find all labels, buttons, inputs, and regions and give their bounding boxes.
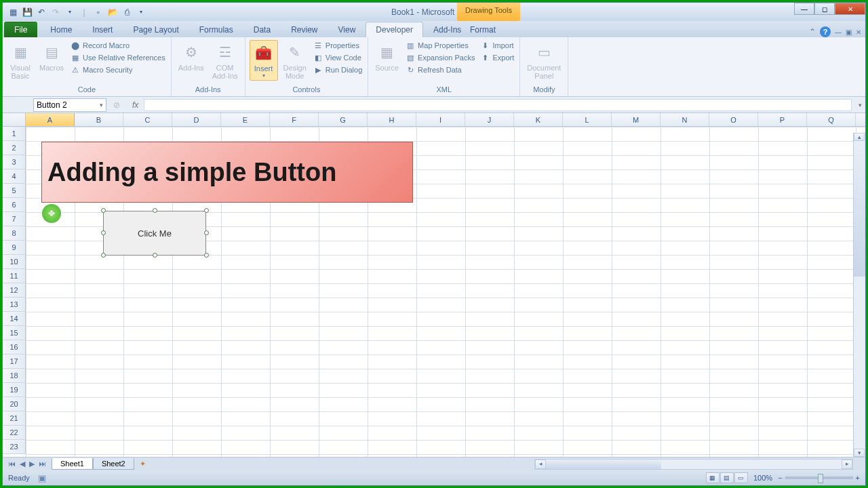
tab-review[interactable]: Review	[281, 22, 328, 37]
refresh-data-button[interactable]: ↻Refresh Data	[404, 64, 476, 75]
tab-format[interactable]: Format	[460, 22, 506, 37]
sheet-nav-next-icon[interactable]: ▶	[28, 460, 36, 468]
column-header[interactable]: I	[416, 113, 465, 126]
scroll-left-icon[interactable]: ◂	[535, 460, 546, 469]
column-header[interactable]: O	[709, 113, 758, 126]
workbook-minimize-icon[interactable]: —	[835, 28, 842, 36]
column-header[interactable]: Q	[807, 113, 856, 126]
sheet-nav-first-icon[interactable]: ⏮	[7, 460, 17, 468]
name-box-dropdown-icon[interactable]: ▾	[100, 102, 103, 108]
import-button[interactable]: ⬇Import	[479, 40, 516, 51]
open-icon[interactable]: 📂	[106, 6, 119, 18]
tab-file[interactable]: File	[4, 22, 37, 37]
column-header[interactable]: C	[123, 113, 172, 126]
row-header[interactable]: 14	[3, 312, 26, 326]
selection-handle[interactable]	[204, 208, 209, 213]
vertical-scrollbar[interactable]: ▴ ▾	[853, 133, 865, 457]
undo-icon[interactable]: ↶	[35, 6, 47, 18]
horizontal-scrollbar[interactable]: ◂ ▸	[534, 459, 853, 470]
formula-input[interactable]	[144, 99, 852, 111]
selection-handle[interactable]	[101, 253, 106, 258]
row-header[interactable]: 15	[3, 326, 26, 340]
column-header[interactable]: K	[514, 113, 563, 126]
export-button[interactable]: ⬆Export	[479, 52, 516, 63]
tab-data[interactable]: Data	[243, 22, 281, 37]
row-header[interactable]: 7	[3, 212, 26, 226]
column-header[interactable]: D	[172, 113, 221, 126]
row-header[interactable]: 12	[3, 283, 26, 298]
com-addins-button[interactable]: ☲COM Add-Ins	[210, 40, 241, 81]
column-header[interactable]: N	[660, 113, 709, 126]
expansion-packs-button[interactable]: ▧Expansion Packs	[404, 52, 476, 63]
workbook-close-icon[interactable]: ✕	[856, 28, 861, 36]
row-header[interactable]: 21	[3, 411, 26, 426]
row-header[interactable]: 6	[3, 198, 26, 212]
maximize-button[interactable]: ◻	[814, 3, 835, 15]
print-icon[interactable]: ⎙	[121, 6, 133, 18]
row-header[interactable]: 11	[3, 269, 26, 283]
selection-handle[interactable]	[204, 253, 209, 258]
row-header[interactable]: 19	[3, 383, 26, 397]
sheet-nav-last-icon[interactable]: ⏭	[37, 460, 47, 468]
use-relative-button[interactable]: ▦Use Relative References	[69, 52, 167, 63]
row-header[interactable]: 16	[3, 340, 26, 354]
row-header[interactable]: 23	[3, 440, 26, 454]
selection-handle[interactable]	[204, 230, 209, 235]
minimize-ribbon-icon[interactable]: ⌃	[809, 27, 816, 37]
row-header[interactable]: 8	[3, 226, 26, 241]
tab-page-layout[interactable]: Page Layout	[123, 22, 189, 37]
tab-view[interactable]: View	[328, 22, 366, 37]
scroll-up-icon[interactable]: ▴	[854, 133, 865, 141]
column-header[interactable]: J	[465, 113, 514, 126]
selection-handle[interactable]	[153, 208, 157, 213]
column-header[interactable]: G	[319, 113, 368, 126]
macro-security-button[interactable]: ⚠Macro Security	[69, 64, 167, 75]
properties-button[interactable]: ☰Properties	[312, 40, 363, 51]
run-dialog-button[interactable]: ▶Run Dialog	[312, 64, 363, 75]
workbook-restore-icon[interactable]: ▣	[846, 28, 852, 36]
new-icon[interactable]: ▫	[92, 6, 104, 18]
source-button[interactable]: ▦Source	[372, 40, 401, 73]
scroll-right-icon[interactable]: ▸	[842, 460, 852, 469]
view-page-layout-button[interactable]: ▤	[720, 472, 734, 483]
fx-icon[interactable]: fx	[127, 100, 144, 110]
qat-dropdown-icon[interactable]: ▾	[64, 6, 76, 18]
column-header[interactable]: F	[270, 113, 319, 126]
map-properties-button[interactable]: ▥Map Properties	[404, 40, 476, 51]
design-mode-button[interactable]: ✎Design Mode	[281, 40, 309, 81]
view-code-button[interactable]: ◧View Code	[312, 52, 363, 63]
zoom-out-button[interactable]: −	[778, 474, 782, 482]
hscroll-thumb[interactable]	[546, 460, 661, 469]
minimize-button[interactable]: —	[794, 3, 814, 15]
qat-dropdown2-icon[interactable]: ▾	[135, 6, 147, 18]
sheet-nav-prev-icon[interactable]: ◀	[18, 460, 26, 468]
row-header[interactable]: 1	[3, 127, 26, 141]
scroll-thumb[interactable]	[854, 141, 865, 277]
save-icon[interactable]: 💾	[21, 6, 33, 18]
row-header[interactable]: 3	[3, 155, 26, 169]
row-header[interactable]: 10	[3, 255, 26, 269]
view-page-break-button[interactable]: ▭	[734, 472, 748, 483]
row-header[interactable]: 9	[3, 241, 26, 255]
sheet-tab-sheet2[interactable]: Sheet2	[93, 458, 134, 470]
formula-expand-icon[interactable]: ▾	[854, 102, 865, 108]
column-header[interactable]: E	[221, 113, 270, 126]
row-header[interactable]: 22	[3, 426, 26, 440]
new-sheet-button[interactable]: ✦	[134, 458, 151, 470]
zoom-level[interactable]: 100%	[753, 474, 772, 482]
row-header[interactable]: 2	[3, 141, 26, 155]
selection-handle[interactable]	[101, 208, 106, 213]
sheet-tab-sheet1[interactable]: Sheet1	[52, 458, 93, 470]
macro-record-status-icon[interactable]: ▣	[38, 473, 46, 483]
record-macro-button[interactable]: ⬤Record Macro	[69, 40, 167, 51]
view-normal-button[interactable]: ▦	[706, 472, 719, 483]
zoom-in-button[interactable]: +	[856, 474, 860, 482]
row-header[interactable]: 5	[3, 184, 26, 198]
column-header[interactable]: P	[758, 113, 807, 126]
help-icon[interactable]: ?	[820, 26, 831, 37]
row-header[interactable]: 13	[3, 298, 26, 312]
insert-control-button[interactable]: 🧰Insert▾	[250, 40, 278, 81]
scroll-down-icon[interactable]: ▾	[854, 449, 865, 457]
visual-basic-button[interactable]: ▦Visual Basic	[7, 40, 34, 81]
macros-button[interactable]: ▤Macros	[37, 40, 66, 73]
